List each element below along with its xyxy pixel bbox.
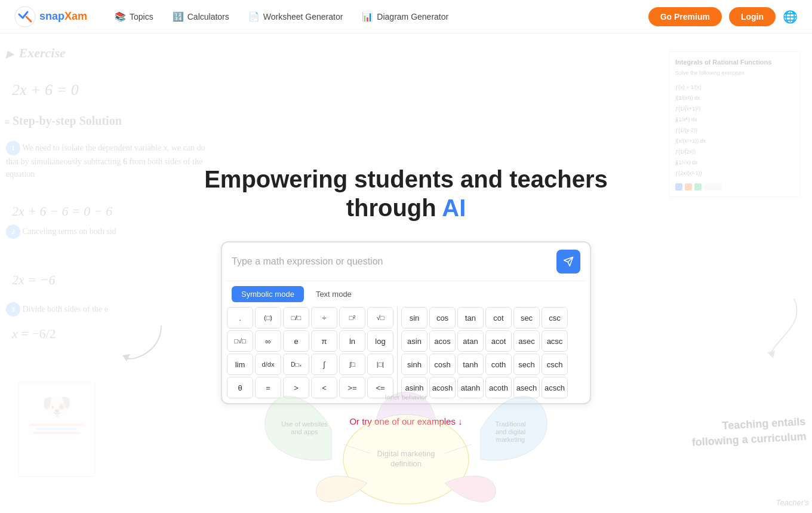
key-theta-sym[interactable]: θ	[227, 377, 253, 398]
key-eq[interactable]: =	[255, 377, 281, 398]
key-nthroot[interactable]: □√□	[227, 330, 253, 352]
key-acoth[interactable]: acoth	[485, 377, 512, 398]
key-tan[interactable]: tan	[457, 307, 484, 328]
key-gt[interactable]: >	[283, 377, 309, 398]
key-e[interactable]: e	[283, 330, 309, 352]
bg-worksheet-subtitle: Solve the following exercises	[675, 69, 793, 77]
key-atanh[interactable]: atanh	[457, 377, 484, 398]
bg-arrow-left	[119, 320, 167, 370]
nav-links: 📚 Topics 🔢 Calculators 📄 Worksheet Gener…	[106, 7, 648, 27]
key-cos[interactable]: cos	[429, 307, 456, 328]
key-sec[interactable]: sec	[513, 307, 540, 328]
hero-section: ▶ Exercise 2x + 6 = 0 ≡ Step-by-step Sol…	[0, 33, 812, 513]
bg-eq2: 2x + 6 − 6 = 0 − 6	[12, 204, 112, 219]
bg-eq4: x = −6/2	[12, 326, 56, 342]
math-input[interactable]	[232, 256, 552, 267]
svg-text:definition: definition	[390, 459, 422, 468]
key-asin[interactable]: asin	[401, 330, 427, 352]
key-ddx[interactable]: d/dx	[255, 354, 281, 375]
bg-teaching-text: Teaching entails following a curriculum	[686, 414, 807, 450]
key-dot[interactable]: .	[227, 307, 253, 328]
mode-keyboard-wrapper: Symbolic mode Text mode . (□) □/□ ÷ □² √…	[222, 281, 590, 403]
key-cosh[interactable]: cosh	[429, 354, 456, 375]
key-asech[interactable]: asech	[513, 377, 540, 398]
hero-title-ai: AI	[442, 195, 466, 221]
nav-topics[interactable]: 📚 Topics	[106, 7, 162, 27]
text-mode-button[interactable]: Text mode	[306, 286, 361, 302]
bg-step1-text: 1 We need to isolate the dependent varia…	[6, 141, 209, 180]
svg-text:and digital: and digital	[496, 428, 525, 435]
key-int[interactable]: ∫	[311, 354, 337, 375]
hero-title-main: Empowering students and teachers	[204, 166, 608, 192]
svg-point-0	[15, 7, 35, 27]
key-sech[interactable]: sech	[513, 354, 540, 375]
nav-worksheet[interactable]: 📄 Worksheet Generator	[240, 7, 352, 27]
bg-teachers-text: Teacher's	[776, 498, 809, 507]
symbolic-mode-button[interactable]: Symbolic mode	[232, 286, 304, 302]
key-pi[interactable]: π	[311, 330, 337, 352]
key-deriv[interactable]: D□ₓ	[283, 354, 309, 375]
key-sinh[interactable]: sinh	[401, 354, 427, 375]
key-gte[interactable]: >=	[339, 377, 365, 398]
keyboard-divider	[397, 307, 398, 398]
bg-eq3: 2x = −6	[12, 272, 55, 288]
key-div[interactable]: ÷	[311, 307, 337, 328]
svg-marker-2	[122, 354, 130, 361]
keyboard-right: sin cos tan cot sec csc asin acos atan a…	[401, 307, 568, 398]
search-input-row	[222, 242, 590, 281]
bg-arrow-right	[764, 296, 800, 364]
key-atan[interactable]: atan	[457, 330, 484, 352]
logo[interactable]: snapXam	[14, 6, 87, 27]
nav-worksheet-label: Worksheet Generator	[263, 12, 343, 21]
key-csch[interactable]: csch	[542, 354, 568, 375]
key-frac[interactable]: □/□	[283, 307, 309, 328]
key-defint[interactable]: ∫□	[339, 354, 365, 375]
key-abs[interactable]: |□|	[367, 354, 393, 375]
svg-line-14	[343, 444, 370, 453]
bg-right: Integrals of Rational Functions Solve th…	[645, 33, 812, 513]
key-asinh[interactable]: asinh	[401, 377, 427, 398]
hero-title-sub: through	[346, 195, 442, 221]
key-acsch[interactable]: acsch	[542, 377, 568, 398]
key-acos[interactable]: acos	[429, 330, 456, 352]
key-cot[interactable]: cot	[485, 307, 512, 328]
key-tanh[interactable]: tanh	[457, 354, 484, 375]
nav-calculators-label: Calculators	[187, 12, 229, 21]
key-acot[interactable]: acot	[485, 330, 512, 352]
key-acosh[interactable]: acosh	[429, 377, 456, 398]
login-button[interactable]: Login	[729, 7, 776, 26]
nav-right: Go Premium Login 🌐	[648, 7, 798, 26]
key-lte[interactable]: <=	[367, 377, 393, 398]
nav-diagram-label: Diagram Generator	[377, 12, 448, 21]
key-csc[interactable]: csc	[542, 307, 568, 328]
key-sqrt[interactable]: √□	[367, 307, 393, 328]
key-lt[interactable]: <	[311, 377, 337, 398]
bg-math-left: ▶ Exercise 2x + 6 = 0 ≡ Step-by-step Sol…	[0, 33, 227, 513]
key-inf[interactable]: ∞	[255, 330, 281, 352]
bg-worksheet-title: Integrals of Rational Functions	[675, 58, 793, 67]
nav-calculators[interactable]: 🔢 Calculators	[164, 7, 238, 27]
key-log[interactable]: log	[367, 330, 393, 352]
keyboard-left: . (□) □/□ ÷ □² √□ □√□ ∞ e π ln log lim d…	[227, 307, 393, 398]
key-lim[interactable]: lim	[227, 354, 253, 375]
translate-icon[interactable]: 🌐	[783, 10, 798, 24]
bg-solution-label: ≡ Step-by-step Solution	[5, 114, 122, 128]
nav-topics-label: Topics	[130, 12, 153, 21]
key-coth[interactable]: coth	[485, 354, 512, 375]
topics-icon: 📚	[115, 11, 126, 22]
key-ln[interactable]: ln	[339, 330, 365, 352]
submit-button[interactable]	[556, 250, 580, 274]
math-keyboard: . (□) □/□ ÷ □² √□ □√□ ∞ e π ln log lim d…	[227, 302, 585, 403]
premium-button[interactable]: Go Premium	[648, 7, 722, 26]
svg-line-15	[445, 444, 472, 453]
svg-marker-1	[767, 351, 775, 358]
key-acsc[interactable]: acsc	[542, 330, 568, 352]
key-paren[interactable]: (□)	[255, 307, 281, 328]
logo-text: snapXam	[39, 10, 87, 23]
key-sq[interactable]: □²	[339, 307, 365, 328]
diagram-icon: 📊	[362, 11, 373, 22]
nav-diagram[interactable]: 📊 Diagram Generator	[353, 7, 457, 27]
key-sin[interactable]: sin	[401, 307, 427, 328]
key-asec[interactable]: asec	[513, 330, 540, 352]
examples-link[interactable]: Or try one of our examples ↓	[349, 416, 462, 426]
